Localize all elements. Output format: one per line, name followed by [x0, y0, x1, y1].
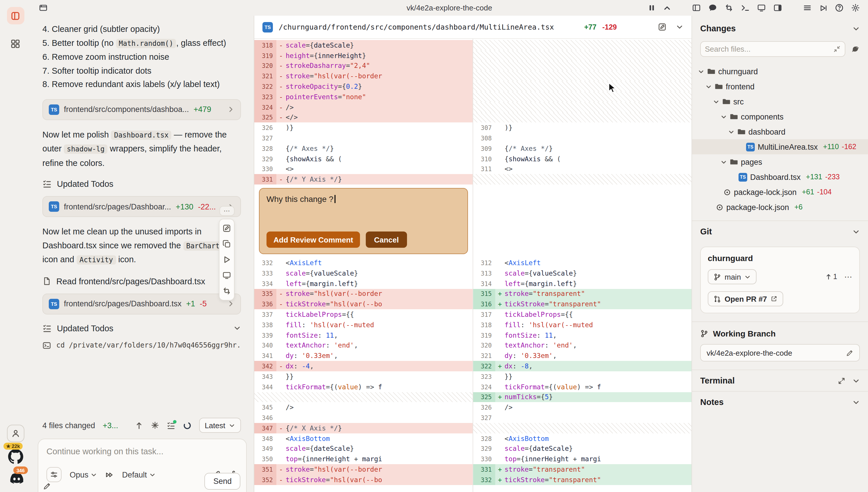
diff-line[interactable]: 341 dy: '0.33em',	[254, 351, 473, 361]
diff-line[interactable]: 332 <AxisLeft	[254, 257, 473, 268]
run-icon[interactable]	[222, 255, 231, 264]
diff-line[interactable]: 335- stroke="hsl(var(--border	[254, 289, 473, 299]
tree-item-src[interactable]: src	[692, 94, 868, 109]
diff-line[interactable]: 321- stroke="hsl(var(--border	[254, 71, 473, 81]
diff-line[interactable]: 343 }}	[254, 371, 473, 382]
chevron-down-icon[interactable]	[233, 324, 241, 332]
read-file-row[interactable]: Read frontend/src/pages/Dashboard.tsx	[42, 276, 241, 286]
bird-icon[interactable]	[850, 44, 860, 54]
cancel-review-comment-button[interactable]: Cancel	[366, 231, 407, 248]
diff-line[interactable]: 347- {/* X Axis */}	[254, 423, 473, 434]
diff-line[interactable]: 330 top={innerHeight + margi	[473, 454, 691, 464]
diff-line[interactable]: 330 <>	[254, 164, 473, 174]
tree-item-churnguard[interactable]: churnguard	[692, 64, 868, 79]
tree-item-package-lock-json[interactable]: package-lock.json+6	[692, 200, 868, 215]
commits-ahead[interactable]: 1	[825, 273, 837, 281]
diff-line[interactable]: 331- {/* Y Axis */}	[254, 174, 473, 185]
diff-line[interactable]: 315+ stroke="transparent"	[473, 289, 691, 299]
tree-item-dashboard-tsx[interactable]: TSDashboard.tsx+131-233	[692, 169, 868, 184]
diff-line[interactable]: 323 }}	[473, 371, 691, 382]
compare-icon[interactable]	[222, 287, 231, 295]
add-review-comment-button[interactable]: Add Review Comment	[266, 231, 360, 248]
diff-line[interactable]: 320- strokeDasharray="2,4"	[254, 60, 473, 71]
diff-line[interactable]: 327	[473, 413, 691, 423]
diff-line[interactable]: 342- dx: -4,	[254, 361, 473, 371]
diff-line[interactable]: 325- </>	[254, 112, 473, 123]
diff-line[interactable]: 318- scale={dateScale}	[254, 40, 473, 50]
working-branch-input[interactable]: vk/4e2a-explore-the-code	[700, 344, 860, 362]
diff-line[interactable]: 318 fill: 'hsl(var(--muted	[473, 320, 691, 330]
diff-line[interactable]: 307 )}	[473, 123, 691, 133]
diff-line[interactable]: 329 {showAxis && (	[254, 154, 473, 164]
diff-line[interactable]: 336- tickStroke="hsl(var(--bo	[254, 299, 473, 310]
open-pr-button[interactable]: Open PR #7	[708, 291, 783, 306]
diff-line[interactable]: 344 tickFormat={(value) => f	[254, 382, 473, 392]
diff-line[interactable]: 352- tickStroke="hsl(var(--bo	[254, 474, 473, 485]
diff-line[interactable]: 319 fontSize: 11,	[473, 330, 691, 340]
collapse-tree-icon[interactable]	[833, 45, 841, 53]
message-input[interactable]	[46, 447, 238, 456]
annotate-icon[interactable]	[222, 224, 231, 233]
edit-icon[interactable]	[43, 482, 51, 490]
diff-line[interactable]: 324- />	[254, 102, 473, 113]
diff-line[interactable]: 319- height={innerHeight}	[254, 50, 473, 61]
discord-link[interactable]: 346	[8, 471, 23, 486]
tree-item-multilinearea-tsx[interactable]: TSMultiLineArea.tsx+110-162	[692, 139, 868, 154]
diff-line[interactable]: 324 tickFormat={(value) => f	[473, 382, 691, 392]
diff-line[interactable]: 338 fill: 'hsl(var(--muted	[254, 320, 473, 330]
panel-right-icon[interactable]	[773, 3, 782, 12]
file-change-card[interactable]: TSfrontend/src/pages/Dashboard.tsx+1-5	[42, 293, 241, 314]
diff-line[interactable]: 331+ stroke="transparent"	[473, 464, 691, 474]
annotate-icon[interactable]	[658, 23, 666, 31]
tree-item-components[interactable]: components	[692, 109, 868, 124]
updated-todos-row[interactable]: Updated Todos	[42, 323, 241, 333]
present-icon[interactable]	[819, 4, 827, 12]
branch-selector[interactable]: main	[708, 269, 756, 284]
diff-line[interactable]: 333 scale={valueScale}	[254, 268, 473, 278]
diff-line[interactable]: 320 textAnchor: 'end',	[473, 340, 691, 351]
diff-line[interactable]: 313 scale={valueScale}	[473, 268, 691, 278]
diff-line[interactable]: 332+ tickStroke="transparent"	[473, 474, 691, 485]
diff-line[interactable]: 349 scale={dateScale}	[254, 444, 473, 454]
diff-line[interactable]: 311 <>	[473, 164, 691, 174]
file-search-input[interactable]	[705, 45, 833, 53]
more-options-icon[interactable]: ⋯	[219, 206, 234, 216]
send-button[interactable]: Send	[205, 473, 240, 490]
copy-icon[interactable]	[222, 240, 231, 248]
spark-icon[interactable]	[151, 421, 159, 429]
file-change-card[interactable]: TSfrontend/src/pages/Dashboar...+130-22.…	[42, 196, 241, 217]
terminal-command-row[interactable]: cd /private/var/folders/10/h7w0q46556ggr…	[42, 341, 241, 349]
chevron-down-icon[interactable]	[852, 25, 860, 32]
fast-forward-icon[interactable]	[105, 470, 114, 479]
tree-item-frontend[interactable]: frontend	[692, 79, 868, 94]
window-tabs-icon[interactable]	[39, 3, 48, 12]
diff-line[interactable]: 310 {showAxis && (	[473, 154, 691, 164]
diff-line[interactable]: 326 />	[473, 402, 691, 413]
pause-icon[interactable]	[648, 4, 656, 11]
tree-item-dashboard[interactable]: dashboard	[692, 124, 868, 139]
chevron-down-icon[interactable]	[676, 23, 683, 31]
account-icon[interactable]	[7, 425, 24, 442]
diff-line[interactable]: 321 dy: '0.33em',	[473, 351, 691, 361]
diff-line[interactable]: 350 top={innerHeight + margi	[254, 454, 473, 464]
terminal-icon[interactable]	[741, 3, 750, 12]
diff-line[interactable]: 340 textAnchor: 'end',	[254, 340, 473, 351]
diff-file-path[interactable]: /churnguard/frontend/src/components/dash…	[279, 23, 554, 31]
files-changed-label[interactable]: 4 files changed	[42, 421, 95, 429]
more-options-icon[interactable]: ⋯	[844, 272, 852, 281]
todos-status-icon[interactable]	[166, 421, 175, 429]
settings-gear-icon[interactable]	[851, 3, 860, 12]
diff-line[interactable]: 327	[254, 133, 473, 143]
diff-line[interactable]: 346	[254, 413, 473, 423]
diff-line[interactable]: 312 <AxisLeft	[473, 257, 691, 268]
menu-icon[interactable]	[803, 3, 812, 12]
diff-line[interactable]: 328 {/* Axes */}	[254, 143, 473, 154]
scroll-up-icon[interactable]	[134, 421, 143, 429]
diff-line[interactable]: 329 scale={dateScale}	[473, 444, 691, 454]
latest-dropdown[interactable]: Latest	[199, 418, 241, 433]
chat-bubble-icon[interactable]	[708, 3, 717, 12]
diff-line[interactable]: 316+ tickStroke="transparent"	[473, 299, 691, 310]
review-comment-input[interactable]: Why this change ?	[266, 194, 461, 204]
diff-line[interactable]: 339 fontSize: 11,	[254, 330, 473, 340]
github-link[interactable]: ★22k	[8, 449, 23, 464]
